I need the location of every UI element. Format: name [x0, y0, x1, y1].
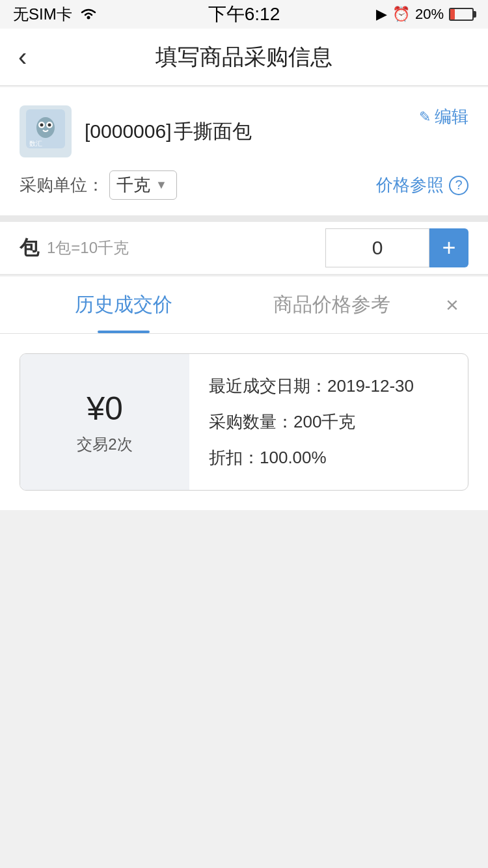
purchase-quantity-row: 采购数量：200千克: [209, 409, 448, 435]
product-header: 数汇 [0000006] 手撕面包 ✎ 编辑: [20, 105, 468, 157]
price-ref-label: 价格参照: [376, 174, 444, 197]
discount-row: 折扣：100.00%: [209, 445, 448, 470]
tab-active-underline: [98, 331, 150, 333]
wifi-icon: [79, 5, 98, 24]
small-divider: [0, 274, 488, 275]
product-thumbnail: 数汇: [20, 105, 72, 157]
edit-label: 编辑: [435, 105, 468, 128]
svg-text:数汇: 数汇: [29, 140, 42, 147]
tab-history-price-label: 历史成交价: [75, 292, 172, 318]
back-button[interactable]: ‹: [18, 42, 27, 72]
product-section: 数汇 [0000006] 手撕面包 ✎ 编辑 采购单位： 千克 ▼: [0, 87, 488, 215]
price-card-left: ¥0 交易2次: [20, 354, 189, 490]
svg-point-6: [48, 123, 51, 126]
svg-point-0: [87, 16, 90, 20]
plus-icon: +: [442, 234, 455, 262]
product-unit-row: 采购单位： 千克 ▼ 价格参照 ?: [20, 170, 468, 200]
product-name: 手撕面包: [174, 118, 252, 145]
purchase-quantity-value: 200千克: [293, 412, 355, 431]
product-left: 数汇 [0000006] 手撕面包: [20, 105, 252, 157]
quantity-hint: 1包=10千克: [47, 237, 129, 258]
price-reference-button[interactable]: 价格参照 ?: [376, 174, 468, 197]
tab-price-reference-label: 商品价格参考: [273, 292, 390, 318]
price-card-section: ¥0 交易2次 最近成交日期：2019-12-30 采购数量：200千克 折扣：…: [0, 334, 488, 510]
unit-dropdown-arrow: ▼: [156, 178, 167, 192]
page-rest: [0, 510, 488, 770]
edit-icon: ✎: [419, 109, 431, 126]
tabs-section: 历史成交价 商品价格参考 × ¥0 交易2次 最近成交日期：2019-12-30: [0, 277, 488, 510]
tabs-header: 历史成交价 商品价格参考 ×: [0, 277, 488, 334]
quantity-input-group: +: [325, 228, 468, 267]
price-ref-help-icon: ?: [449, 176, 468, 195]
recent-date-label: 最近成交日期：: [209, 376, 327, 396]
status-bar: 无SIM卡 下午6:12 ▶ ⏰ 20%: [0, 0, 488, 29]
unit-value: 千克: [116, 174, 150, 197]
price-value: 0: [105, 390, 123, 427]
discount-label: 折扣：: [209, 448, 260, 467]
quantity-unit: 包: [20, 235, 39, 262]
unit-selector-group: 采购单位： 千克 ▼: [20, 170, 177, 200]
alarm-icon: ⏰: [392, 6, 410, 23]
currency-symbol: ¥: [87, 390, 105, 427]
page-title: 填写商品采购信息: [156, 42, 332, 72]
svg-point-2: [36, 117, 55, 138]
purchase-quantity-label: 采购数量：: [209, 412, 293, 431]
battery-percent: 20%: [415, 6, 444, 23]
status-left: 无SIM卡: [13, 4, 98, 25]
tab-history-price[interactable]: 历史成交价: [20, 277, 228, 333]
quantity-input[interactable]: [325, 228, 429, 267]
price-card-right: 最近成交日期：2019-12-30 采购数量：200千克 折扣：100.00%: [189, 354, 468, 490]
battery-icon: [449, 8, 475, 21]
nav-bar: ‹ 填写商品采购信息: [0, 29, 488, 86]
carrier-text: 无SIM卡: [13, 4, 72, 25]
quantity-section: 包 1包=10千克 +: [0, 222, 488, 274]
discount-value: 100.00%: [260, 448, 327, 467]
close-icon: ×: [446, 292, 459, 318]
edit-button[interactable]: ✎ 编辑: [419, 105, 468, 128]
status-right: ▶ ⏰ 20%: [376, 6, 475, 23]
recent-date-row: 最近成交日期：2019-12-30: [209, 373, 448, 399]
unit-label: 采购单位：: [20, 174, 104, 197]
quantity-plus-button[interactable]: +: [429, 228, 468, 267]
section-divider: [0, 215, 488, 222]
price-card: ¥0 交易2次 最近成交日期：2019-12-30 采购数量：200千克 折扣：…: [20, 353, 468, 491]
product-image-icon: 数汇: [26, 109, 65, 154]
price-trades: 交易2次: [77, 434, 132, 455]
product-full-name: [0000006] 手撕面包: [85, 118, 252, 145]
svg-point-5: [40, 123, 44, 126]
recent-date-value: 2019-12-30: [327, 376, 414, 396]
status-time: 下午6:12: [208, 2, 280, 27]
price-amount: ¥0: [87, 390, 123, 427]
product-id: [0000006]: [85, 120, 171, 142]
quantity-label: 包 1包=10千克: [20, 235, 129, 262]
unit-select[interactable]: 千克 ▼: [109, 170, 177, 200]
tab-price-reference[interactable]: 商品价格参考: [228, 277, 436, 333]
product-info: [0000006] 手撕面包: [85, 118, 252, 145]
location-icon: ▶: [376, 6, 387, 23]
tab-close-button[interactable]: ×: [436, 289, 468, 321]
